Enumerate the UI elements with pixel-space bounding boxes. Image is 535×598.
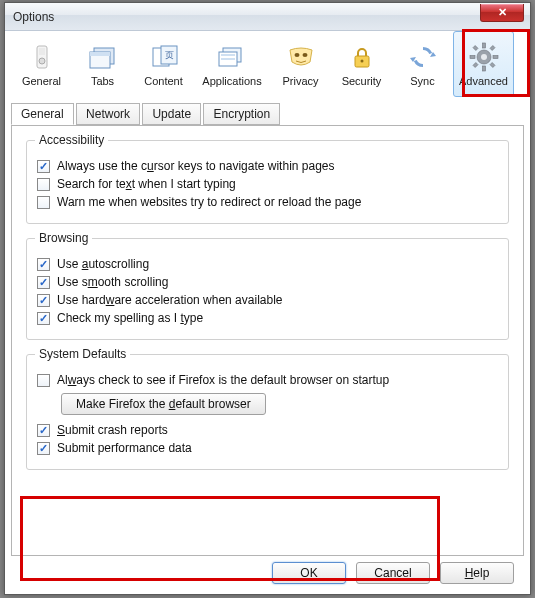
svg-point-2 — [39, 58, 45, 64]
opt-smooth-scroll[interactable]: Use smooth scrolling — [37, 275, 498, 289]
tab-encryption[interactable]: Encryption — [203, 103, 280, 125]
checkbox-label: Warn me when websites try to redirect or… — [57, 195, 361, 209]
group-legend: System Defaults — [35, 347, 130, 361]
toolbar-advanced[interactable]: Advanced — [453, 31, 514, 97]
checkbox-label: Use smooth scrolling — [57, 275, 168, 289]
group-legend: Browsing — [35, 231, 92, 245]
checkbox-icon — [37, 276, 50, 289]
checkbox-icon — [37, 178, 50, 191]
close-button[interactable]: ✕ — [480, 4, 524, 22]
opt-search-typing[interactable]: Search for text when I start typing — [37, 177, 498, 191]
toolbar-label: Applications — [202, 75, 261, 87]
tab-network[interactable]: Network — [76, 103, 140, 125]
opt-submit-perf[interactable]: Submit performance data — [37, 441, 498, 455]
svg-rect-25 — [490, 63, 495, 68]
checkbox-icon — [37, 258, 50, 271]
toolbar-security[interactable]: Security — [331, 31, 392, 97]
svg-rect-24 — [473, 46, 478, 51]
svg-point-28 — [481, 54, 487, 60]
subtabs: General Network Update Encryption — [11, 103, 524, 126]
svg-rect-5 — [90, 52, 110, 56]
checkbox-label: Submit performance data — [57, 441, 192, 455]
opt-warn-redirect[interactable]: Warn me when websites try to redirect or… — [37, 195, 498, 209]
checkbox-label: Submit crash reports — [57, 423, 168, 437]
tab-update[interactable]: Update — [142, 103, 201, 125]
checkbox-label: Always use the cursor keys to navigate w… — [57, 159, 335, 173]
svg-rect-11 — [221, 54, 235, 56]
toolbar-label: Content — [144, 75, 183, 87]
gear-icon — [468, 41, 500, 73]
group-legend: Accessibility — [35, 133, 108, 147]
toolbar-tabs[interactable]: Tabs — [72, 31, 133, 97]
accessibility-group: Accessibility Always use the cursor keys… — [26, 140, 509, 224]
checkbox-label: Always check to see if Firefox is the de… — [57, 373, 389, 387]
svg-point-13 — [294, 53, 299, 57]
toolbar-applications[interactable]: Applications — [194, 31, 270, 97]
opt-hw-accel[interactable]: Use hardware acceleration when available — [37, 293, 498, 307]
toolbar-label: Privacy — [282, 75, 318, 87]
general-panel: Accessibility Always use the cursor keys… — [11, 126, 524, 556]
svg-text:页: 页 — [164, 50, 173, 60]
checkbox-icon — [37, 160, 50, 173]
toolbar-general[interactable]: General — [11, 31, 72, 97]
options-window: Options ✕ General Tabs 页 Content — [4, 2, 531, 595]
checkbox-icon — [37, 374, 50, 387]
ok-button[interactable]: OK — [272, 562, 346, 584]
make-default-button[interactable]: Make Firefox the default browser — [61, 393, 266, 415]
switch-icon — [26, 41, 58, 73]
svg-point-16 — [360, 60, 363, 63]
toolbar-privacy[interactable]: Privacy — [270, 31, 331, 97]
window-title: Options — [5, 10, 54, 24]
svg-rect-26 — [490, 46, 495, 51]
opt-autoscroll[interactable]: Use autoscrolling — [37, 257, 498, 271]
toolbar-label: Security — [342, 75, 382, 87]
toolbar-label: Advanced — [459, 75, 508, 87]
checkbox-label: Check my spelling as I type — [57, 311, 203, 325]
opt-spellcheck[interactable]: Check my spelling as I type — [37, 311, 498, 325]
svg-rect-23 — [493, 56, 498, 59]
svg-rect-22 — [470, 56, 475, 59]
titlebar: Options ✕ — [5, 3, 530, 31]
cancel-button[interactable]: Cancel — [356, 562, 430, 584]
svg-point-14 — [302, 53, 307, 57]
sync-icon — [407, 41, 439, 73]
checkbox-label: Search for text when I start typing — [57, 177, 236, 191]
svg-rect-27 — [473, 63, 478, 68]
dialog-buttons: OK Cancel Help — [272, 562, 514, 584]
help-button[interactable]: Help — [440, 562, 514, 584]
category-toolbar: General Tabs 页 Content Applications Priv… — [5, 31, 530, 97]
checkbox-icon — [37, 196, 50, 209]
svg-rect-20 — [482, 43, 485, 48]
opt-always-check-default[interactable]: Always check to see if Firefox is the de… — [37, 373, 498, 387]
checkbox-icon — [37, 294, 50, 307]
mask-icon — [285, 41, 317, 73]
toolbar-sync[interactable]: Sync — [392, 31, 453, 97]
checkbox-icon — [37, 312, 50, 325]
checkbox-icon — [37, 442, 50, 455]
svg-rect-12 — [221, 58, 235, 60]
content-icon: 页 — [148, 41, 180, 73]
applications-icon — [216, 41, 248, 73]
lock-icon — [346, 41, 378, 73]
browsing-group: Browsing Use autoscrolling Use smooth sc… — [26, 238, 509, 340]
opt-cursor-keys[interactable]: Always use the cursor keys to navigate w… — [37, 159, 498, 173]
toolbar-label: Tabs — [91, 75, 114, 87]
toolbar-label: General — [22, 75, 61, 87]
checkbox-icon — [37, 424, 50, 437]
checkbox-label: Use autoscrolling — [57, 257, 149, 271]
svg-rect-21 — [482, 66, 485, 71]
opt-submit-crash[interactable]: Submit crash reports — [37, 423, 498, 437]
svg-rect-1 — [39, 48, 45, 55]
toolbar-label: Sync — [410, 75, 434, 87]
tabs-icon — [87, 41, 119, 73]
tab-general[interactable]: General — [11, 103, 74, 125]
checkbox-label: Use hardware acceleration when available — [57, 293, 282, 307]
toolbar-content[interactable]: 页 Content — [133, 31, 194, 97]
system-defaults-group: System Defaults Always check to see if F… — [26, 354, 509, 470]
